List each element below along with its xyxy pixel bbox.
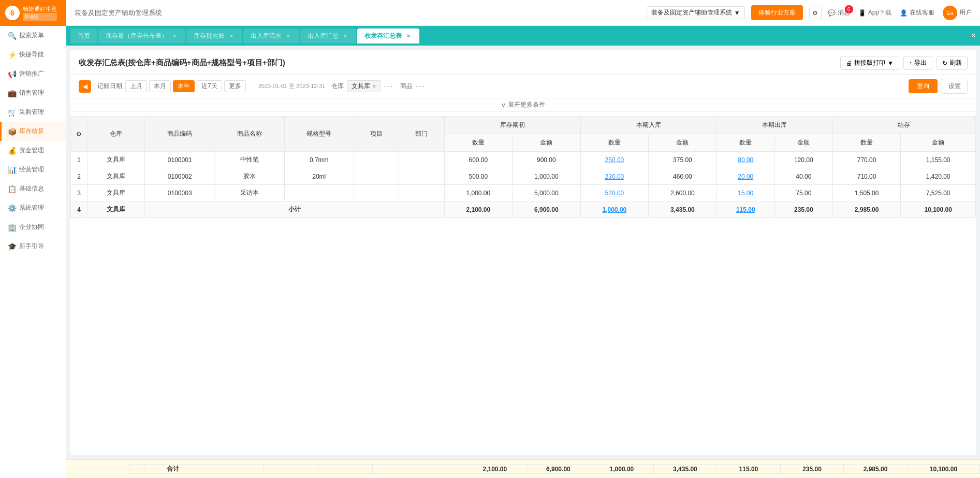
user-menu-button[interactable]: Ea 用户 xyxy=(943,6,972,20)
tab-close-icon[interactable]: × xyxy=(405,32,412,39)
row-in-qty[interactable]: 230.00 xyxy=(580,168,649,185)
row-balance-qty: 710.00 xyxy=(832,168,901,185)
row-opening-amount: 5,000.00 xyxy=(513,185,581,201)
tab-home[interactable]: 首页 xyxy=(70,28,97,44)
row-balance-qty: 1,505.00 xyxy=(832,185,901,201)
sidebar-item-marketing[interactable]: 📢 营销推广 xyxy=(0,64,66,83)
goods-label: 商品 xyxy=(400,82,413,91)
date-last-month-button[interactable]: 上月 xyxy=(125,80,147,92)
date-more-button[interactable]: 更多 xyxy=(224,80,246,92)
warehouse-tag-close-button[interactable]: × xyxy=(372,83,376,90)
sidebar-item-system[interactable]: ⚙️ 系统管理 xyxy=(0,198,66,218)
query-button[interactable]: 查询 xyxy=(909,79,938,93)
tab-recv-summary[interactable]: 收发存汇总表 × xyxy=(357,28,419,44)
table-row: 3 文具库 0100003 采访本 1,000.00 5,000.00 520.… xyxy=(71,185,976,201)
col-header-out-amount: 金额 xyxy=(774,134,832,152)
sidebar-item-newbie[interactable]: 🎓 新手引导 xyxy=(0,237,66,256)
tab-close-icon[interactable]: × xyxy=(171,32,178,39)
tab-close-icon[interactable]: × xyxy=(228,32,235,39)
sidebar-item-finance[interactable]: 💰 资金管理 xyxy=(0,141,66,160)
system-icon: ⚙️ xyxy=(8,204,16,212)
sidebar-item-sales[interactable]: 💼 销售管理 xyxy=(0,83,66,103)
tab-bar: 首页 现存量（库存分布表） × 库存批次账 × 出入库流水 × 出入库汇总 × … xyxy=(66,26,980,46)
date-this-year-button[interactable]: 本年 xyxy=(173,80,195,92)
topbar-right: 💬 消息 6 📱 App下载 👤 在线客服 Ea 用户 xyxy=(828,6,972,20)
row-out-qty[interactable]: 15.00 xyxy=(716,185,774,201)
row-opening-qty: 500.00 xyxy=(444,168,513,185)
sidebar-item-label: 基础信息 xyxy=(19,184,44,193)
expand-more-button[interactable]: ∨ 展开更多条件 xyxy=(501,100,545,109)
col-header-out-qty: 数量 xyxy=(716,134,774,152)
row-in-qty[interactable]: 520.00 xyxy=(580,185,649,201)
row-goods-name: 中性笔 xyxy=(215,152,284,168)
export-button[interactable]: ↑ 导出 xyxy=(903,56,932,70)
refresh-button[interactable]: ↻ 刷新 xyxy=(937,56,968,70)
tab-inout-flow[interactable]: 出入库流水 × xyxy=(243,28,299,44)
tab-close-icon[interactable]: × xyxy=(285,32,292,39)
sidebar-item-quicknav[interactable]: ⚡ 快捷导航 xyxy=(0,45,66,64)
sidebar-item-inventory[interactable]: 📦 库存核算 xyxy=(0,122,66,141)
tab-close-icon[interactable]: × xyxy=(342,32,349,39)
filter-collapse-button[interactable]: ◀ xyxy=(79,80,91,93)
row-dept xyxy=(399,185,444,201)
tab-label: 首页 xyxy=(78,32,90,40)
row-in-qty[interactable]: 250.00 xyxy=(580,152,649,168)
col-header-balance-amount: 金额 xyxy=(901,134,976,152)
sidebar-item-basicinfo[interactable]: 📋 基础信息 xyxy=(0,179,66,198)
system-dropdown[interactable]: 装备及固定资产辅助管理系统 ▼ xyxy=(647,6,745,19)
col-settings[interactable]: ⚙ xyxy=(71,117,87,152)
close-all-tabs-button[interactable]: × xyxy=(971,31,976,40)
sales-icon: 💼 xyxy=(8,89,16,97)
settings-gear-button[interactable]: ⚙ xyxy=(809,7,822,19)
sidebar-item-search[interactable]: 🔍 搜索菜单 xyxy=(0,26,66,45)
finance-icon: 💰 xyxy=(8,147,16,155)
row-out-amount: 120.00 xyxy=(774,152,832,168)
app-download-button[interactable]: 📱 App下载 xyxy=(858,8,891,17)
row-out-amount: 40.00 xyxy=(774,168,832,185)
row-goods-spec xyxy=(284,185,354,201)
warehouse-filter-ellipsis[interactable]: ··· xyxy=(384,82,393,91)
subtotal-out-qty[interactable]: 115.00 xyxy=(716,201,774,218)
date-7days-button[interactable]: 近7天 xyxy=(197,80,222,92)
footer-balance-amount: 10,100.00 xyxy=(907,465,979,474)
row-out-qty[interactable]: 20.00 xyxy=(716,168,774,185)
subtotal-in-qty[interactable]: 1,000.00 xyxy=(580,201,649,218)
sidebar-item-label: 采购管理 xyxy=(19,108,44,117)
tab-label: 出入库汇总 xyxy=(308,32,339,40)
col-header-balance-qty: 数量 xyxy=(832,134,901,152)
print-button[interactable]: 🖨 拼接版打印 ▼ xyxy=(840,56,899,70)
search-icon: 🔍 xyxy=(8,32,16,40)
date-shortcuts: 上月 本月 本年 近7天 更多 xyxy=(125,80,246,92)
inventory-icon: 📦 xyxy=(8,127,16,136)
col-header-opening-amount: 金额 xyxy=(513,134,581,152)
export-icon: ↑ xyxy=(909,60,912,67)
filter-right-actions: 查询 设置 xyxy=(909,79,968,94)
filter-settings-button[interactable]: 设置 xyxy=(942,79,968,94)
sidebar-item-label: 新手引导 xyxy=(19,242,44,251)
sidebar-item-purchase[interactable]: 🛒 采购管理 xyxy=(0,103,66,122)
sidebar-item-operations[interactable]: 📊 经营管理 xyxy=(0,160,66,179)
row-dept xyxy=(399,168,444,185)
message-button[interactable]: 💬 消息 6 xyxy=(828,8,850,17)
online-service-button[interactable]: 👤 在线客服 xyxy=(900,8,934,17)
row-out-qty[interactable]: 80.00 xyxy=(716,152,774,168)
goods-filter-ellipsis[interactable]: ··· xyxy=(416,82,426,91)
experience-button[interactable]: 体验行业方案 xyxy=(751,5,803,20)
row-goods-name: 采访本 xyxy=(215,185,284,201)
tab-batch-accounts[interactable]: 库存批次账 × xyxy=(186,28,242,44)
footer-in-amount: 3,435.00 xyxy=(653,465,717,474)
col-header-opening: 库存期初 xyxy=(444,117,580,134)
row-project xyxy=(354,185,399,201)
sidebar-item-enterprise[interactable]: 🏢 企业协同 xyxy=(0,218,66,237)
date-this-month-button[interactable]: 本月 xyxy=(149,80,171,92)
tab-label: 库存批次账 xyxy=(194,32,225,40)
sidebar-item-label: 销售管理 xyxy=(19,89,44,97)
row-warehouse: 文具库 xyxy=(87,185,145,201)
row-opening-amount: 1,000.00 xyxy=(513,168,581,185)
tab-inventory-dist[interactable]: 现存量（库存分布表） × xyxy=(98,28,185,44)
table-row: 1 文具库 0100001 中性笔 0.7mm 600.00 900.00 25… xyxy=(71,152,976,168)
date-filter-group: 记账日期 上月 本月 本年 近7天 更多 xyxy=(97,80,246,92)
tab-inout-summary[interactable]: 出入库汇总 × xyxy=(300,28,356,44)
row-in-amount: 375.00 xyxy=(649,152,717,168)
filter-bar: ◀ 记账日期 上月 本月 本年 近7天 更多 2023-01-01 至 2023… xyxy=(70,75,976,98)
